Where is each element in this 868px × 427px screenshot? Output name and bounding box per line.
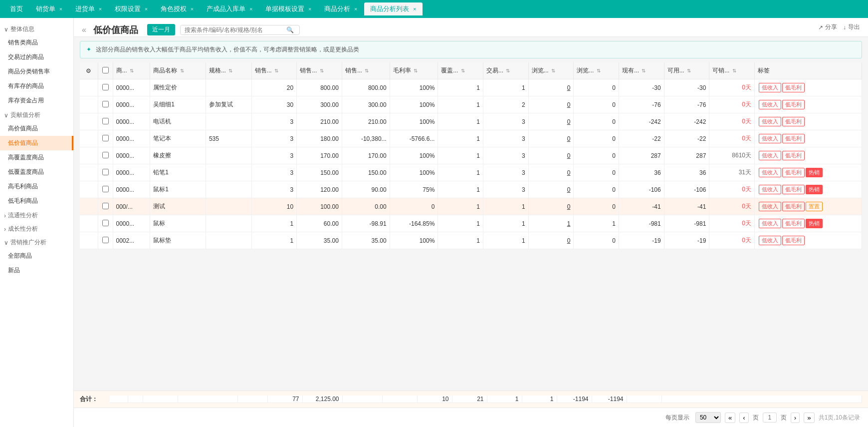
th-sales-count[interactable]: 销售... ⇅ <box>251 62 297 79</box>
th-code[interactable]: 商... ⇅ <box>113 62 150 79</box>
td-browse1[interactable]: 0 <box>528 198 574 215</box>
th-browse1[interactable]: 浏览... ⇅ <box>528 62 574 79</box>
nav-purchase-order[interactable]: 进货单 × <box>69 2 108 15</box>
td-checkbox[interactable] <box>98 130 113 147</box>
td-checkbox[interactable] <box>98 215 113 232</box>
sidebar-item-high-coverage[interactable]: 高覆盖度商品 <box>0 150 73 165</box>
th-browse2[interactable]: 浏览... ⇅ <box>574 62 619 79</box>
td-browse1[interactable]: 1 <box>528 215 574 232</box>
td-browse1[interactable]: 0 <box>528 130 574 147</box>
th-available[interactable]: 可用... ⇅ <box>664 62 709 79</box>
browse-link[interactable]: 0 <box>567 237 571 244</box>
row-checkbox[interactable] <box>102 101 109 107</box>
nav-role-auth[interactable]: 角色授权 × <box>155 2 200 15</box>
sidebar-item-high-value[interactable]: 高价值商品 <box>0 121 73 136</box>
td-browse1[interactable]: 0 <box>528 181 574 198</box>
next-page-button[interactable]: › <box>791 413 800 423</box>
row-checkbox[interactable] <box>102 220 109 226</box>
browse-link[interactable]: 0 <box>567 84 571 91</box>
td-checkbox[interactable] <box>98 164 113 181</box>
filter-recent-month-button[interactable]: 近一月 <box>147 24 175 35</box>
row-checkbox[interactable] <box>102 152 109 158</box>
th-coverage[interactable]: 覆盖... ⇅ <box>438 62 483 79</box>
nav-home[interactable]: 首页 <box>4 2 29 15</box>
nav-close-analysis[interactable]: × <box>354 6 357 12</box>
sidebar-section-overall[interactable]: ∨ 整体信息 <box>0 22 73 35</box>
prev-page-button[interactable]: ‹ <box>739 413 748 423</box>
sidebar-item-sales-products[interactable]: 销售类商品 <box>0 35 73 50</box>
sidebar-section-circulation[interactable]: › 流通性分析 <box>0 208 73 222</box>
nav-template-settings[interactable]: 单据模板设置 × <box>259 2 317 15</box>
td-checkbox[interactable] <box>98 232 113 249</box>
th-sales-cost[interactable]: 销售... ⇅ <box>342 62 390 79</box>
sidebar-section-marketing[interactable]: ∨ 营销推广分析 <box>0 235 73 249</box>
select-all-checkbox[interactable] <box>102 67 109 73</box>
row-checkbox[interactable] <box>102 203 109 209</box>
browse-link[interactable]: 0 <box>567 186 571 193</box>
td-checkbox[interactable] <box>98 198 113 215</box>
last-page-button[interactable]: » <box>804 413 814 423</box>
nav-sales-order[interactable]: 销货单 × <box>30 2 68 15</box>
sidebar-item-category-sales-rate[interactable]: 商品分类销售率 <box>0 64 73 79</box>
td-checkbox[interactable] <box>98 113 113 130</box>
td-browse1[interactable]: 0 <box>528 232 574 249</box>
th-current[interactable]: 现有... ⇅ <box>619 62 664 79</box>
nav-close-analysis-list[interactable]: × <box>413 6 416 12</box>
th-trade[interactable]: 交易... ⇅ <box>483 62 529 79</box>
browse-link[interactable]: 0 <box>567 169 571 176</box>
sidebar-item-low-margin[interactable]: 低毛利商品 <box>0 194 73 208</box>
browse-link[interactable]: 0 <box>567 118 571 125</box>
sidebar-item-inventory-capital[interactable]: 库存资金占用 <box>0 93 73 108</box>
sidebar-item-high-margin[interactable]: 高毛利商品 <box>0 179 73 194</box>
th-spec[interactable]: 规格... ⇅ <box>206 62 251 79</box>
td-checkbox[interactable] <box>98 147 113 164</box>
sidebar-collapse-button[interactable]: « <box>82 25 86 34</box>
nav-product-analysis[interactable]: 商品分析 × <box>318 2 363 15</box>
td-browse1[interactable]: 0 <box>528 113 574 130</box>
row-checkbox[interactable] <box>102 135 109 141</box>
browse-link[interactable]: 0 <box>567 152 571 159</box>
nav-product-analysis-list[interactable]: 商品分析列表 × <box>364 2 422 15</box>
browse-link[interactable]: 0 <box>567 101 571 108</box>
sidebar-section-growth[interactable]: › 成长性分析 <box>0 222 73 235</box>
browse-link[interactable]: 0 <box>567 203 571 210</box>
nav-close-sales[interactable]: × <box>59 6 62 12</box>
th-name[interactable]: 商品名称 ⇅ <box>150 62 206 79</box>
sidebar-item-low-value[interactable]: 低价值商品 <box>0 136 73 150</box>
search-input[interactable] <box>185 26 284 33</box>
search-icon[interactable]: 🔍 <box>286 26 294 33</box>
nav-close-purchase[interactable]: × <box>99 6 102 12</box>
nav-close-template[interactable]: × <box>308 6 311 12</box>
th-checkbox[interactable] <box>98 62 113 79</box>
nav-product-inbound[interactable]: 产成品入库单 × <box>201 2 258 15</box>
row-checkbox[interactable] <box>102 84 109 90</box>
row-checkbox[interactable] <box>102 118 109 124</box>
per-page-select[interactable]: 50 100 200 <box>695 412 721 423</box>
sidebar-item-new-products[interactable]: 新品 <box>0 263 73 278</box>
th-sellable[interactable]: 可销... ⇅ <box>709 62 755 79</box>
nav-close-inbound[interactable]: × <box>249 6 252 12</box>
td-browse1[interactable]: 0 <box>528 147 574 164</box>
first-page-button[interactable]: « <box>725 413 735 423</box>
row-checkbox[interactable] <box>102 237 109 243</box>
browse-link[interactable]: 1 <box>567 220 571 227</box>
sidebar-section-contribution[interactable]: ∨ 贡献值分析 <box>0 108 73 121</box>
nav-permission[interactable]: 权限设置 × <box>109 2 154 15</box>
td-checkbox[interactable] <box>98 181 113 198</box>
row-checkbox[interactable] <box>102 169 109 175</box>
th-margin[interactable]: 毛利率 ⇅ <box>390 62 438 79</box>
row-checkbox[interactable] <box>102 186 109 192</box>
td-checkbox[interactable] <box>98 96 113 113</box>
share-button[interactable]: ↗ 分享 <box>818 23 837 31</box>
browse-link[interactable]: 0 <box>567 135 571 142</box>
nav-close-permission[interactable]: × <box>145 6 148 12</box>
sidebar-item-traded-products[interactable]: 交易过的商品 <box>0 50 73 64</box>
sidebar-item-stocked-products[interactable]: 有库存的商品 <box>0 79 73 93</box>
td-browse1[interactable]: 0 <box>528 79 574 96</box>
export-button[interactable]: ↓ 导出 <box>843 23 860 31</box>
sidebar-item-low-coverage[interactable]: 低覆盖度商品 <box>0 165 73 179</box>
th-sales-amount[interactable]: 销售... ⇅ <box>297 62 342 79</box>
td-checkbox[interactable] <box>98 79 113 96</box>
td-browse1[interactable]: 0 <box>528 164 574 181</box>
th-settings[interactable]: ⚙ <box>80 62 98 79</box>
